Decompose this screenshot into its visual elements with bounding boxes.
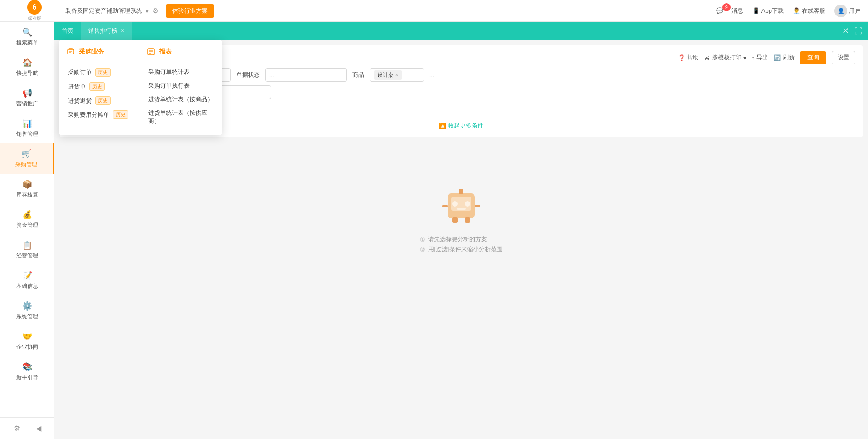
sidebar: 🔍 搜索菜单 🏠 快捷导航 📢 营销推广 📊 销售管理 🛒 采购管理 📦 库存核… <box>0 22 54 439</box>
user-menu[interactable]: 👤 用户 <box>834 5 861 17</box>
message-label: 消息 <box>731 7 743 15</box>
order-status-select[interactable]: ... <box>265 68 347 82</box>
avatar: 👤 <box>834 5 847 17</box>
print-btn[interactable]: 🖨 按模板打印 ▾ <box>704 54 746 62</box>
settings-btn[interactable]: 设置 <box>832 51 855 64</box>
goods-in-label: 进货单 <box>68 83 86 91</box>
message-btn[interactable]: 💬 9 消息 <box>716 7 743 15</box>
goods-label: 商品 <box>352 71 364 79</box>
dropdown-divider <box>141 47 141 128</box>
app-download-btn[interactable]: 📱 App下载 <box>752 7 784 15</box>
svg-rect-10 <box>68 49 74 54</box>
system-settings-icon[interactable]: ⚙ <box>152 6 159 15</box>
sidebar-item-guide[interactable]: 📚 新手引导 <box>0 356 54 387</box>
sidebar-item-quick-nav-label: 快捷导航 <box>16 69 38 77</box>
refresh-btn[interactable]: 🔄 刷新 <box>774 54 795 62</box>
inventory-icon: 📦 <box>22 179 32 189</box>
goods-input-area[interactable]: 设计桌 × <box>370 68 424 82</box>
export-label: 导出 <box>756 54 768 62</box>
basic-icon: 📝 <box>22 271 32 281</box>
goods-in-stat-goods-label: 进货单统计表（按商品） <box>148 95 213 104</box>
query-btn[interactable]: 查询 <box>800 51 826 64</box>
svg-point-2 <box>452 201 458 207</box>
goods-tag-close[interactable]: × <box>395 72 399 78</box>
system-name-area: 装备及固定资产辅助管理系统 ▾ ⚙ <box>65 6 159 15</box>
dropdown-item-purchase-order-stat[interactable]: 采购订单统计表 <box>146 65 215 79</box>
sidebar-item-basic[interactable]: 📝 基础信息 <box>0 265 54 296</box>
export-icon: ↑ <box>752 54 755 61</box>
sidebar-item-basic-label: 基础信息 <box>16 282 38 290</box>
empty-robot-icon <box>439 180 484 225</box>
dropdown-item-goods-in-stat-goods[interactable]: 进货单统计表（按商品） <box>146 93 215 106</box>
sidebar-collapse-btn[interactable]: ◀ <box>36 424 41 433</box>
purchase-expense-history: 历史 <box>113 110 128 119</box>
sidebar-item-quick-nav[interactable]: 🏠 快捷导航 <box>0 52 54 83</box>
report-icon-svg <box>147 48 155 56</box>
svg-rect-6 <box>442 205 448 207</box>
sidebar-bottom: ⚙ ◀ <box>0 417 54 439</box>
purchase-order-exec-label: 采购订单执行表 <box>148 82 190 90</box>
user-label: 用户 <box>849 7 861 15</box>
sidebar-item-purchase-label: 采购管理 <box>15 161 37 168</box>
app-label: App下载 <box>761 7 784 15</box>
guide-icon: 📚 <box>22 362 32 372</box>
tab-expand-btn[interactable]: ⛶ <box>854 26 863 36</box>
tab-sales-rank-close[interactable]: ✕ <box>120 28 125 34</box>
collapse-btn[interactable]: 🔼 收起更多条件 <box>439 122 483 130</box>
sidebar-item-marketing[interactable]: 📢 营销推广 <box>0 83 54 113</box>
print-label: 按模板打印 <box>712 54 741 62</box>
sidebar-item-sales-label: 销售管理 <box>16 130 38 138</box>
system-name-text: 装备及固定资产辅助管理系统 <box>65 7 142 15</box>
tab-home-label: 首页 <box>62 27 73 35</box>
dropdown-item-goods-in-stat-supplier[interactable]: 进货单统计表（按供应商） <box>146 106 215 128</box>
purchase-business-title: 采购业务 <box>66 47 135 60</box>
system-icon: ⚙️ <box>22 301 32 311</box>
home-icon: 🏠 <box>22 58 32 68</box>
tab-sales-rank[interactable]: 销售排行榜 ✕ <box>81 22 132 40</box>
goods-tag: 设计桌 × <box>374 70 402 80</box>
sidebar-item-system[interactable]: ⚙️ 系统管理 <box>0 296 54 326</box>
empty-tip-2: 用[过滤]条件来缩小分析范围 <box>420 245 502 253</box>
tab-close-btn[interactable]: ✕ <box>842 26 849 36</box>
dropdown-item-purchase-expense[interactable]: 采购费用分摊单 历史 <box>66 108 135 122</box>
tab-bar: 首页 销售排行榜 ✕ ✕ ⛶ <box>54 22 868 40</box>
sidebar-item-purchase[interactable]: 🛒 采购管理 <box>0 143 54 174</box>
export-btn[interactable]: ↑ 导出 <box>752 54 769 62</box>
sidebar-item-sales[interactable]: 📊 销售管理 <box>0 113 54 143</box>
sidebar-settings-btn[interactable]: ⚙ <box>14 424 20 433</box>
salesperson-more-btn[interactable]: ... <box>277 89 282 96</box>
tab-right-btns: ✕ ⛶ <box>842 26 868 36</box>
message-badge: 9 <box>722 3 731 11</box>
header-right: 💬 9 消息 📱 App下载 👨‍💼 在线客服 👤 用户 <box>716 5 861 17</box>
capital-icon: 💰 <box>22 210 32 220</box>
tab-home[interactable]: 首页 <box>54 22 81 40</box>
order-status-placeholder: ... <box>269 72 274 79</box>
enterprise-icon: 🤝 <box>22 331 32 341</box>
dropdown-item-purchase-order[interactable]: 采购订单 历史 <box>66 65 135 79</box>
sidebar-item-capital[interactable]: 💰 资金管理 <box>0 204 54 235</box>
sidebar-item-guide-label: 新手引导 <box>16 374 38 381</box>
help-btn[interactable]: ❓ 帮助 <box>678 54 699 62</box>
dropdown-item-purchase-order-exec[interactable]: 采购订单执行表 <box>146 79 215 93</box>
report-title-text: 报表 <box>159 48 172 56</box>
goods-more-btn[interactable]: ... <box>429 72 434 79</box>
svg-rect-8 <box>452 217 458 223</box>
purchase-order-label: 采购订单 <box>68 69 92 77</box>
dropdown-item-goods-in[interactable]: 进货单 历史 <box>66 79 135 94</box>
empty-state: 请先选择要分析的方案 用[过滤]条件来缩小分析范围 <box>60 143 863 288</box>
goods-in-stat-supplier-label: 进货单统计表（按供应商） <box>148 109 214 125</box>
online-service-btn[interactable]: 👨‍💼 在线客服 <box>793 7 825 15</box>
experience-btn[interactable]: 体验行业方案 <box>166 4 214 18</box>
sidebar-item-enterprise[interactable]: 🤝 企业协同 <box>0 326 54 356</box>
report-title: 报表 <box>146 47 215 60</box>
empty-text-list: 请先选择要分析的方案 用[过滤]条件来缩小分析范围 <box>420 235 502 255</box>
system-dropdown-icon[interactable]: ▾ <box>146 7 149 15</box>
sidebar-item-inventory[interactable]: 📦 库存核算 <box>0 174 54 204</box>
sidebar-item-search[interactable]: 🔍 搜索菜单 <box>0 22 54 52</box>
phone-icon: 📱 <box>752 7 760 14</box>
dropdown-item-goods-return[interactable]: 进货退货 历史 <box>66 94 135 108</box>
operation-icon: 📋 <box>22 240 32 250</box>
sidebar-item-operation[interactable]: 📋 经营管理 <box>0 235 54 265</box>
svg-rect-7 <box>475 205 480 207</box>
refresh-icon: 🔄 <box>774 54 781 61</box>
